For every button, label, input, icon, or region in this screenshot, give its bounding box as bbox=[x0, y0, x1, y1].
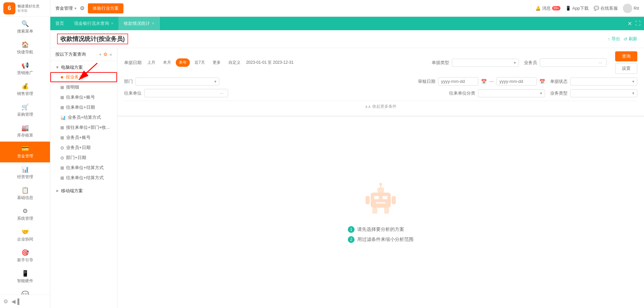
review-date-to-input[interactable] bbox=[496, 77, 537, 86]
sidebar-label-hardware: 智能硬件 bbox=[17, 278, 33, 284]
svg-point-8 bbox=[379, 183, 382, 186]
collapse-bar[interactable]: ∧∧ 收起更多条件 bbox=[124, 101, 637, 112]
review-date-from-icon[interactable]: 📅 bbox=[481, 79, 487, 84]
filter-salesperson-item: 业务员 ··· bbox=[524, 58, 607, 67]
tabbar-right: ✕ ⛶ bbox=[624, 17, 644, 30]
scheme-item-sales-date-label: 业务员+日期 bbox=[66, 145, 91, 151]
scheme-item-partner-account[interactable]: ⊞ 往来单位+账号 bbox=[50, 92, 117, 102]
svg-rect-9 bbox=[366, 196, 370, 204]
filter-biz-type-item: 业务类型 ▾ bbox=[550, 89, 637, 97]
salesperson-dots-icon[interactable]: ··· bbox=[597, 60, 604, 65]
tab-receipts-close[interactable]: × bbox=[152, 21, 154, 26]
scheme-item-partner-date[interactable]: ⊞ 往来单位+日期 bbox=[50, 102, 117, 112]
scheme-add-icon[interactable]: + bbox=[99, 52, 102, 57]
scheme-item-dept-date-label: 部门+日期 bbox=[66, 155, 86, 161]
svg-rect-6 bbox=[377, 188, 384, 193]
partner-category-select[interactable]: ▾ bbox=[478, 89, 545, 97]
scheme-item-sales-payment[interactable]: 📊 业务员+结算方式 bbox=[50, 112, 117, 122]
date-btn-more[interactable]: 更多 bbox=[210, 58, 224, 67]
partner-dots-icon[interactable]: ··· bbox=[218, 91, 225, 96]
step-2-text: 用过滤条件来缩小分析范围 bbox=[357, 237, 414, 243]
sidebar-item-inventory[interactable]: 🏭 库存核算 bbox=[0, 121, 50, 142]
tab-cashflow-close[interactable]: × bbox=[111, 21, 113, 26]
type-select[interactable]: ▾ bbox=[452, 59, 519, 67]
scheme-item-detail[interactable]: ⊞ 按明细 bbox=[50, 82, 117, 92]
online-service-label: 在线客服 bbox=[600, 5, 618, 11]
biz-type-select[interactable]: ▾ bbox=[570, 89, 637, 97]
scheme-item-partner-pay1-label: 往来单位+结算方式 bbox=[66, 165, 104, 171]
sidebar-item-hardware[interactable]: 📱 智能硬件 bbox=[0, 266, 50, 287]
dept-select[interactable]: ▾ bbox=[136, 78, 219, 86]
messages-badge: 99+ bbox=[552, 6, 560, 10]
sidebar-label-collab: 企业协同 bbox=[17, 237, 33, 242]
desktop-group-label: 电脑端方案 bbox=[61, 64, 83, 70]
tab-home-label: 首页 bbox=[55, 20, 64, 27]
sidebar-item-sales[interactable]: 💰 销售管理 bbox=[0, 79, 50, 100]
review-date-to-icon[interactable]: 📅 bbox=[539, 79, 545, 84]
scheme-collapse-icon[interactable]: « bbox=[109, 52, 112, 57]
scheme-item-salesperson[interactable]: ● 按业务员 bbox=[50, 72, 117, 82]
scheme-item-partner-pay1[interactable]: ⊞ 往来单位+结算方式 bbox=[50, 163, 117, 173]
sidebar-item-collab[interactable]: 🤝 企业协同 bbox=[0, 225, 50, 246]
scheme-actions: + ⚙ « bbox=[99, 52, 112, 57]
sidebar-item-guide[interactable]: 🎯 新手引导 bbox=[0, 246, 50, 266]
scheme-item-partner-dept-label: 按往来单位+部门+收... bbox=[66, 124, 110, 131]
mobile-group-label: 移动端方案 bbox=[61, 188, 83, 194]
collapse-footer-icon[interactable]: ◀▐ bbox=[11, 298, 19, 305]
scheme-item-partner-pay2[interactable]: ⊞ 往来单位+结算方式 bbox=[50, 173, 117, 183]
sidebar-item-wechat[interactable]: 💬 企业微信 bbox=[0, 287, 50, 295]
tab-receipts[interactable]: 收款情况统计 × bbox=[119, 17, 160, 30]
collapse-label: 收起更多条件 bbox=[372, 104, 396, 109]
review-date-from-input[interactable] bbox=[438, 77, 478, 86]
trial-button[interactable]: 体验行业方案 bbox=[88, 3, 123, 13]
status-select[interactable]: ▾ bbox=[570, 78, 637, 86]
sidebar-item-nav[interactable]: 🏠 快捷导航 bbox=[0, 38, 50, 58]
bell-icon: 🔔 bbox=[535, 6, 541, 11]
query-button[interactable]: 查询 bbox=[615, 51, 637, 61]
scheme-desktop-header[interactable]: ▼ 电脑端方案 bbox=[50, 63, 117, 72]
salesperson-select[interactable]: ··· bbox=[540, 58, 607, 67]
refresh-button[interactable]: ↺ 刷新 bbox=[624, 36, 637, 42]
scheme-mobile-header[interactable]: ▼ 移动端方案 bbox=[50, 186, 117, 196]
scheme-item-sales-account[interactable]: ⊞ 业务员+账号 bbox=[50, 133, 117, 143]
date-btn-this-year[interactable]: 本年 bbox=[176, 58, 190, 67]
scheme-header: 按以下方案查询 + ⚙ « bbox=[50, 48, 117, 61]
settings-button[interactable]: 设置 bbox=[615, 63, 637, 74]
scheme-item-partner-dept[interactable]: ⊞ 按往来单位+部门+收... bbox=[50, 122, 117, 133]
date-btn-custom[interactable]: 自定义 bbox=[225, 58, 244, 67]
topbar-settings-icon[interactable]: ⚙ bbox=[80, 5, 85, 11]
date-btn-7days[interactable]: 近7天 bbox=[192, 58, 208, 67]
date-btn-this-month[interactable]: 本月 bbox=[160, 58, 174, 67]
service-icon: 💬 bbox=[594, 6, 599, 11]
messages-item[interactable]: 🔔 消息 99+ bbox=[535, 5, 560, 11]
tab-cashflow[interactable]: 现金银行流水查询 × bbox=[69, 17, 119, 30]
user-info[interactable]: Rit bbox=[623, 4, 639, 13]
tab-home[interactable]: 首页 bbox=[50, 17, 69, 30]
date-btn-last-month[interactable]: 上月 bbox=[144, 58, 158, 67]
settings-footer-icon[interactable]: ⚙ bbox=[3, 298, 8, 305]
online-service-item[interactable]: 💬 在线客服 bbox=[594, 5, 618, 11]
filter-review-date-item: 审核日期 📅 — 📅 bbox=[418, 77, 545, 86]
sidebar-item-finance[interactable]: 💳 资金管理 bbox=[0, 142, 50, 162]
tab-fullscreen-icon[interactable]: ⛶ bbox=[635, 20, 641, 27]
sidebar-item-operation[interactable]: 📊 经营管理 bbox=[0, 162, 50, 183]
download-icon: 📱 bbox=[566, 6, 571, 11]
partner-date-icon: ⊞ bbox=[60, 105, 64, 110]
sidebar-item-search[interactable]: 🔍 搜索菜单 bbox=[0, 17, 50, 38]
svg-rect-12 bbox=[384, 208, 389, 214]
app-download-item[interactable]: 📱 App下载 bbox=[566, 5, 589, 11]
export-button[interactable]: ↑ 导出 bbox=[608, 36, 621, 42]
scheme-item-dept-date[interactable]: ⊙ 部门+日期 bbox=[50, 153, 117, 163]
sidebar-item-basic[interactable]: 📋 基础信息 bbox=[0, 183, 50, 204]
sidebar-label-system: 系统管理 bbox=[17, 216, 33, 221]
scheme-settings-icon[interactable]: ⚙ bbox=[103, 52, 108, 57]
sidebar-item-purchase[interactable]: 🛒 采购管理 bbox=[0, 100, 50, 121]
tab-close-all-icon[interactable]: ✕ bbox=[628, 20, 632, 27]
partner-select[interactable]: ··· bbox=[144, 89, 228, 97]
sidebar-item-marketing[interactable]: 📢 营销推广 bbox=[0, 58, 50, 79]
sidebar-item-system[interactable]: ⚙ 系统管理 bbox=[0, 204, 50, 225]
breadcrumb-arrow-icon[interactable]: ▾ bbox=[74, 6, 76, 11]
filter-row-3: 往来单位 ··· 往来单位分类 ▾ bbox=[124, 89, 637, 97]
sales-payment-icon: 📊 bbox=[60, 115, 66, 120]
scheme-item-sales-date[interactable]: ⊙ 业务员+日期 bbox=[50, 143, 117, 153]
